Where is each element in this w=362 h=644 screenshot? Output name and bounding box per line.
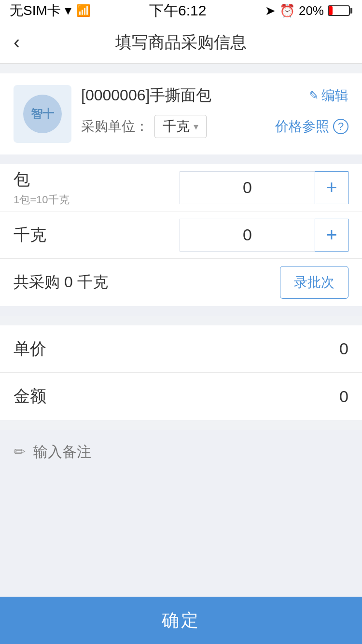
batch-button[interactable]: 录批次	[280, 266, 348, 299]
product-image: 智十	[14, 85, 71, 143]
notes-section: ✏	[0, 430, 362, 474]
status-left: 无SIM卡 ▾ 📶	[10, 1, 91, 20]
unit-price-label: 单价	[14, 338, 46, 360]
section-divider-2	[0, 306, 362, 316]
edit-icon: ✎	[309, 89, 319, 102]
amount-value: 0	[339, 387, 348, 406]
bao-sub-label: 1包=10千克	[14, 193, 71, 207]
bao-input-wrapper: +	[81, 171, 348, 204]
bao-input[interactable]	[180, 171, 315, 204]
kg-plus-button[interactable]: +	[315, 219, 348, 252]
price-section: 单价 0 金额 0	[0, 325, 362, 420]
kg-input-row: 千克 +	[0, 211, 362, 259]
help-icon: ?	[333, 119, 348, 134]
product-info: [0000006]手撕面包 ✎ 编辑 采购单位： 千克 ▾ 价格参照 ?	[81, 85, 348, 138]
unit-label: 采购单位：	[81, 117, 149, 136]
wifi-icon: 📶	[76, 4, 91, 17]
amount-label: 金额	[14, 385, 46, 407]
pencil-icon: ✏	[14, 443, 26, 460]
kg-input[interactable]	[180, 219, 315, 252]
product-image-inner: 智十	[23, 95, 62, 133]
nav-bar: ‹ 填写商品采购信息	[0, 21, 362, 64]
confirm-btn-wrapper: 确定	[0, 597, 362, 644]
product-name-row: [0000006]手撕面包 ✎ 编辑	[81, 85, 348, 106]
bao-plus-button[interactable]: +	[315, 171, 348, 204]
chevron-down-icon: ▾	[194, 121, 198, 132]
product-unit-row: 采购单位： 千克 ▾ 价格参照 ?	[81, 115, 348, 138]
battery-icon	[328, 5, 352, 16]
bao-input-row: 包 1包=10千克 +	[0, 164, 362, 211]
input-section: 包 1包=10千克 + 千克 + 共采购 0 千克 录批次	[0, 164, 362, 306]
status-right: ➤ ⏰ 20%	[265, 3, 352, 18]
alarm-icon: ⏰	[279, 3, 295, 18]
edit-button[interactable]: ✎ 编辑	[309, 86, 348, 105]
status-time: 下午6:12	[149, 1, 206, 21]
price-reference-button[interactable]: 价格参照 ?	[275, 117, 348, 136]
product-name: [0000006]手撕面包	[81, 85, 211, 106]
location-icon: ➤	[265, 3, 276, 18]
notes-input[interactable]	[33, 444, 348, 460]
battery-percent: 20%	[299, 3, 324, 18]
back-button[interactable]: ‹	[14, 31, 20, 53]
section-divider-1	[0, 154, 362, 164]
bao-label: 包 1包=10千克	[14, 168, 71, 207]
confirm-button[interactable]: 确定	[0, 597, 362, 644]
kg-input-wrapper: +	[81, 219, 348, 252]
unit-select[interactable]: 千克 ▾	[154, 115, 207, 138]
product-card: 智十 [0000006]手撕面包 ✎ 编辑 采购单位： 千克 ▾ 价格参照 ?	[0, 73, 362, 154]
amount-row: 金额 0	[0, 373, 362, 420]
kg-label: 千克	[14, 224, 71, 246]
summary-row: 共采购 0 千克 录批次	[0, 259, 362, 306]
summary-text: 共采购 0 千克	[14, 272, 108, 293]
status-bar: 无SIM卡 ▾ 📶 下午6:12 ➤ ⏰ 20%	[0, 0, 362, 21]
unit-price-row: 单价 0	[0, 325, 362, 373]
sim-status: 无SIM卡 ▾	[10, 1, 71, 20]
page-title: 填写商品采购信息	[115, 31, 247, 54]
unit-price-value: 0	[339, 339, 348, 358]
